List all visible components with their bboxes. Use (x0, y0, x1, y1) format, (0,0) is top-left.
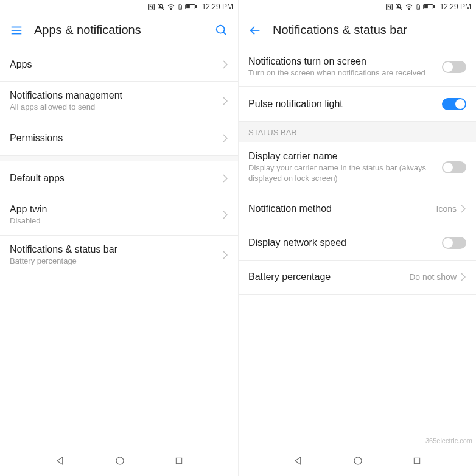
row-label: Notifications & status bar (10, 244, 222, 255)
nav-bar (239, 447, 476, 476)
triangle-back-icon (293, 455, 304, 466)
sim-icon: 1 (177, 3, 183, 11)
nav-home[interactable] (352, 455, 363, 469)
wifi-icon (405, 3, 413, 11)
row-label: Pulse notification light (248, 99, 442, 110)
battery-icon (185, 3, 197, 10)
svg-line-11 (223, 32, 226, 35)
row-pulse-light[interactable]: Pulse notification light (239, 87, 476, 121)
svg-rect-5 (195, 6, 196, 8)
circle-home-icon (352, 455, 363, 466)
sim-icon: 1 (415, 3, 421, 11)
row-label: Display network speed (248, 237, 442, 248)
toggle-turn-on-screen[interactable] (442, 61, 466, 73)
row-label: Notifications management (10, 90, 222, 101)
row-notifications-status-bar[interactable]: Notifications & status bar Battery perce… (0, 236, 238, 275)
row-default-apps[interactable]: Default apps (0, 161, 238, 195)
nav-home[interactable] (114, 455, 125, 469)
row-label: Permissions (10, 133, 222, 144)
row-sublabel: Display your carrier name in the status … (248, 163, 442, 183)
nav-bar (0, 447, 238, 476)
row-sublabel: All apps allowed to send (10, 102, 222, 112)
nfc-icon (385, 3, 393, 11)
svg-rect-6 (186, 5, 190, 8)
row-label: Display carrier name (248, 151, 442, 162)
chevron-right-icon (460, 204, 466, 214)
circle-home-icon (114, 455, 125, 466)
app-bar: Apps & notifications (0, 13, 238, 47)
svg-point-2 (170, 9, 171, 10)
search-icon (215, 24, 228, 37)
settings-list: Notifications turn on screen Turn on the… (239, 47, 476, 447)
row-apps[interactable]: Apps (0, 47, 238, 82)
status-bar: 1 12:29 PM (239, 0, 476, 13)
svg-rect-13 (176, 458, 181, 463)
row-notification-method[interactable]: Notification method Icons (239, 192, 476, 226)
search-button[interactable] (215, 24, 228, 37)
row-battery-percentage[interactable]: Battery percentage Do not show (239, 261, 476, 295)
mute-icon (157, 3, 165, 11)
svg-point-22 (354, 457, 362, 464)
triangle-back-icon (55, 455, 66, 466)
chevron-right-icon (222, 96, 228, 106)
nav-recent[interactable] (412, 456, 422, 468)
section-divider (0, 155, 238, 161)
svg-rect-23 (414, 458, 419, 463)
section-header-status-bar: STATUS BAR (239, 121, 476, 142)
page-title: Apps & notifications (34, 23, 204, 37)
square-recent-icon (412, 456, 422, 466)
watermark: 365electric.com (425, 437, 472, 444)
svg-point-10 (217, 25, 225, 33)
row-value: Do not show (409, 272, 457, 282)
menu-button[interactable] (10, 24, 23, 37)
row-sublabel: Disabled (10, 216, 222, 226)
chevron-right-icon (222, 250, 228, 260)
row-permissions[interactable]: Permissions (0, 121, 238, 155)
chevron-right-icon (460, 272, 466, 282)
arrow-left-icon (248, 24, 262, 37)
svg-rect-20 (424, 5, 428, 8)
row-network-speed[interactable]: Display network speed (239, 226, 476, 261)
svg-text:1: 1 (179, 5, 181, 9)
nav-back[interactable] (293, 455, 304, 469)
row-sublabel: Turn on the screen when notifications ar… (248, 68, 442, 78)
toggle-network-speed[interactable] (442, 237, 466, 249)
status-time: 12:29 PM (440, 2, 471, 11)
svg-text:1: 1 (417, 5, 419, 9)
square-recent-icon (174, 456, 184, 466)
row-value: Icons (436, 204, 457, 214)
chevron-right-icon (222, 60, 228, 69)
row-label: Notification method (248, 203, 436, 214)
row-label: Battery percentage (248, 271, 409, 282)
row-notifications-management[interactable]: Notifications management All apps allowe… (0, 82, 238, 121)
status-time: 12:29 PM (202, 2, 233, 11)
svg-rect-19 (433, 6, 434, 8)
row-label: Notifications turn on screen (248, 56, 442, 67)
chevron-right-icon (222, 173, 228, 183)
chevron-right-icon (222, 133, 228, 143)
screen-apps-notifications: 1 12:29 PM Apps & notifications Apps Not… (0, 0, 238, 476)
row-display-carrier[interactable]: Display carrier name Display your carrie… (239, 142, 476, 192)
row-label: Apps (10, 59, 222, 70)
screen-notifications-status-bar: 1 12:29 PM Notifications & status bar No… (238, 0, 476, 476)
nav-back[interactable] (55, 455, 66, 469)
settings-list: Apps Notifications management All apps a… (0, 47, 238, 447)
nfc-icon (147, 3, 155, 11)
wifi-icon (167, 3, 175, 11)
row-label: Default apps (10, 173, 222, 184)
row-sublabel: Battery percentage (10, 256, 222, 266)
app-bar: Notifications & status bar (239, 13, 476, 47)
chevron-right-icon (222, 210, 228, 220)
toggle-display-carrier[interactable] (442, 161, 466, 173)
page-title: Notifications & status bar (273, 23, 466, 37)
svg-point-16 (408, 9, 409, 10)
status-bar: 1 12:29 PM (0, 0, 238, 13)
nav-recent[interactable] (174, 456, 184, 468)
mute-icon (395, 3, 403, 11)
back-button[interactable] (248, 24, 262, 37)
hamburger-icon (10, 24, 23, 37)
row-turn-on-screen[interactable]: Notifications turn on screen Turn on the… (239, 47, 476, 87)
toggle-pulse-light[interactable] (442, 98, 466, 110)
row-app-twin[interactable]: App twin Disabled (0, 195, 238, 235)
row-label: App twin (10, 204, 222, 215)
